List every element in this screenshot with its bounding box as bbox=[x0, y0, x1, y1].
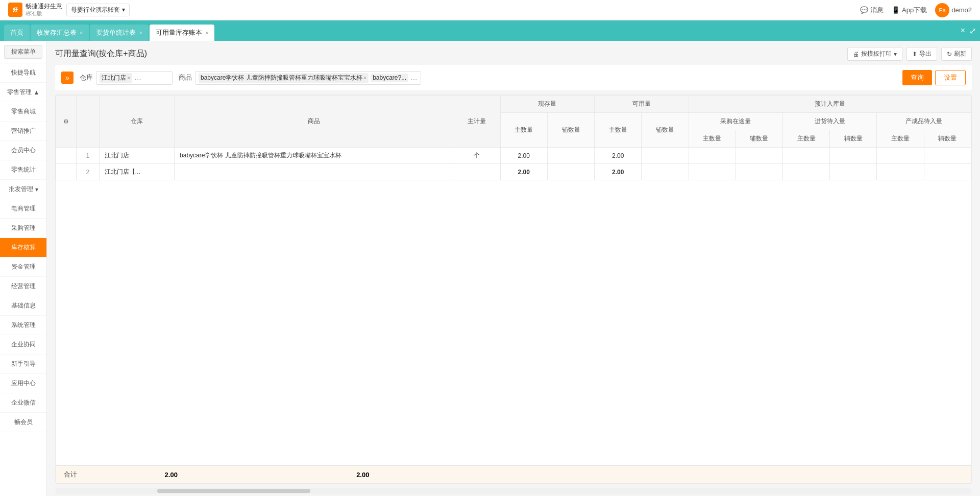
sidebar-item-wholesale-mgmt[interactable]: 批发管理 ▾ bbox=[0, 180, 46, 199]
tab-available-stock-close[interactable]: × bbox=[205, 30, 208, 36]
filter-bar: » 仓库 江北门店 × ... 商品 babycare学饮杯 儿童防摔防撞吸管杯… bbox=[55, 65, 972, 90]
table-row: 1 江北门店 babycare学饮杯 儿童防摔防撞吸管杯重力球吸嘴杯宝宝水杯 个… bbox=[56, 148, 971, 164]
messages-btn[interactable]: 💬 消息 bbox=[860, 6, 884, 15]
phone-icon: 📱 bbox=[892, 6, 900, 14]
sidebar-wholesale-arrow: ▾ bbox=[35, 186, 38, 193]
table-wrapper[interactable]: ⚙ 仓库 商品 主计量 现存量 可用量 预计入库量 主数量 辅数量 主数量 bbox=[55, 95, 972, 465]
row2-production-aux bbox=[924, 164, 971, 180]
query-btn[interactable]: 查询 bbox=[902, 70, 932, 85]
horizontal-scrollbar[interactable] bbox=[55, 488, 972, 494]
sidebar-item-system-mgmt[interactable]: 系统管理 bbox=[0, 316, 46, 335]
tab-available-stock[interactable]: 可用量库存账本 × bbox=[150, 25, 214, 41]
tab-order-stats[interactable]: 要货单统计表 × bbox=[90, 25, 148, 41]
logo-sub: 标准版 bbox=[26, 10, 62, 17]
sidebar-item-purchase-mgmt[interactable]: 采购管理 bbox=[0, 219, 46, 238]
row1-product: babycare学饮杯 儿童防摔防撞吸管杯重力球吸嘴杯宝宝水杯 bbox=[175, 148, 453, 164]
industry-selector[interactable]: 母婴行业演示账套 ▾ bbox=[66, 4, 130, 16]
row1-incoming-aux bbox=[830, 148, 877, 164]
product-tag2: babycare?... bbox=[371, 74, 408, 82]
sidebar-item-ecommerce-mgmt[interactable]: 电商管理 bbox=[0, 199, 46, 219]
th-production-aux: 辅数量 bbox=[924, 130, 971, 148]
tab-available-stock-label: 可用量库存账本 bbox=[156, 28, 202, 37]
sidebar-retail-mgmt-label: 零售管理 bbox=[7, 88, 32, 97]
sidebar-item-retail-stats[interactable]: 零售统计 bbox=[0, 160, 46, 180]
tab-receive-pay[interactable]: 收发存汇总表 × bbox=[31, 25, 89, 41]
print-icon: 🖨 bbox=[853, 51, 859, 58]
th-forecast-in: 预计入库量 bbox=[689, 96, 971, 113]
search-menu-btn[interactable]: 搜索菜单 bbox=[4, 45, 42, 59]
industry-label: 母婴行业演示账套 bbox=[71, 6, 120, 14]
row1-production-aux bbox=[924, 148, 971, 164]
row1-current-main: 2.00 bbox=[500, 148, 547, 164]
sidebar-item-inventory-check[interactable]: 库存核算 bbox=[0, 238, 46, 257]
warehouse-tag: 江北门店 × bbox=[100, 73, 132, 83]
tab-receive-pay-close[interactable]: × bbox=[80, 30, 83, 36]
th-main-unit: 主计量 bbox=[453, 96, 500, 148]
refresh-btn[interactable]: ↻ 刷新 bbox=[941, 47, 972, 61]
sidebar-item-vip-member[interactable]: 畅会员 bbox=[0, 413, 46, 432]
user-area[interactable]: Ea demo2 bbox=[935, 3, 972, 17]
product-input[interactable]: babycare学饮杯 儿童防摔防撞吸管杯重力球吸嘴杯宝宝水杯 × babyca… bbox=[195, 71, 421, 85]
row2-incoming-main bbox=[783, 164, 830, 180]
export-icon: ⬆ bbox=[912, 51, 917, 58]
product-tag1-close[interactable]: × bbox=[363, 75, 366, 81]
th-settings[interactable]: ⚙ bbox=[56, 96, 77, 148]
th-available-aux: 辅数量 bbox=[642, 113, 689, 148]
th-purchase-in-transit: 采购在途量 bbox=[689, 113, 782, 130]
sidebar-item-enterprise-wechat[interactable]: 企业微信 bbox=[0, 393, 46, 413]
export-label: 导出 bbox=[919, 50, 932, 58]
tab-order-stats-close[interactable]: × bbox=[139, 30, 142, 36]
app-download-btn[interactable]: 📱 App下载 bbox=[892, 6, 927, 15]
refresh-icon: ↻ bbox=[947, 51, 952, 58]
row1-settings bbox=[56, 148, 77, 164]
sidebar-item-new-guide[interactable]: 新手引导 bbox=[0, 355, 46, 374]
sidebar-item-retail-mall[interactable]: 零售商城 bbox=[0, 102, 46, 122]
print-label: 按模板打印 bbox=[861, 50, 892, 58]
row2-main-unit bbox=[453, 164, 500, 180]
filter-expand-btn[interactable]: » bbox=[61, 72, 74, 84]
warehouse-dots[interactable]: ... bbox=[134, 73, 141, 82]
product-label: 商品 bbox=[179, 73, 192, 82]
avatar: Ea bbox=[935, 3, 949, 17]
refresh-label: 刷新 bbox=[954, 50, 966, 58]
sidebar-item-retail-mgmt[interactable]: 零售管理 ▲ bbox=[0, 83, 46, 102]
setting-btn[interactable]: 设置 bbox=[935, 70, 966, 85]
row2-available-aux bbox=[642, 164, 689, 180]
th-incoming-pending: 进货待入量 bbox=[783, 113, 877, 130]
sidebar-item-operations-mgmt[interactable]: 经营管理 bbox=[0, 277, 46, 296]
footer-available-main: 2.00 bbox=[356, 471, 369, 479]
logo-text-group: 畅捷通好生意 标准版 bbox=[26, 3, 62, 17]
filter-actions: 查询 设置 bbox=[902, 70, 966, 85]
th-product: 商品 bbox=[175, 96, 453, 148]
tab-fullscreen-btn[interactable]: ⤢ bbox=[969, 26, 976, 36]
sidebar-item-quick-nav[interactable]: 快捷导航 bbox=[0, 63, 46, 83]
sidebar-item-marketing[interactable]: 营销推广 bbox=[0, 122, 46, 141]
warehouse-tag-value: 江北门店 bbox=[102, 74, 126, 82]
tab-home[interactable]: 首页 bbox=[4, 25, 30, 41]
sidebar-item-member-center[interactable]: 会员中心 bbox=[0, 141, 46, 160]
sidebar-item-basic-info[interactable]: 基础信息 bbox=[0, 296, 46, 316]
sidebar-item-finance-mgmt[interactable]: 资金管理 bbox=[0, 257, 46, 277]
username: demo2 bbox=[951, 6, 972, 14]
th-incoming-aux: 辅数量 bbox=[830, 130, 877, 148]
tab-close-all-btn[interactable]: × bbox=[961, 26, 965, 36]
row2-current-main: 2.00 bbox=[500, 164, 547, 180]
top-bar-right: 💬 消息 📱 App下载 Ea demo2 bbox=[860, 3, 972, 17]
sidebar-item-enterprise-collab[interactable]: 企业协同 bbox=[0, 335, 46, 355]
settings-icon[interactable]: ⚙ bbox=[63, 118, 69, 125]
product-dots[interactable]: ... bbox=[410, 73, 417, 82]
warehouse-input[interactable]: 江北门店 × ... bbox=[96, 71, 173, 85]
page-header-actions: 🖨 按模板打印 ▾ ⬆ 导出 ↻ 刷新 bbox=[847, 47, 972, 61]
th-row-no bbox=[77, 96, 100, 148]
warehouse-tag-close[interactable]: × bbox=[127, 75, 130, 81]
scrollbar-thumb[interactable] bbox=[157, 489, 310, 493]
print-btn[interactable]: 🖨 按模板打印 ▾ bbox=[847, 47, 902, 61]
tab-bar-controls: × ⤢ bbox=[961, 26, 976, 36]
th-available-main: 主数量 bbox=[595, 113, 642, 148]
th-current-main: 主数量 bbox=[500, 113, 547, 148]
row2-purchase-main bbox=[689, 164, 736, 180]
row1-available-main: 2.00 bbox=[595, 148, 642, 164]
table-row: 2 江北门店【... 2.00 2.00 bbox=[56, 164, 971, 180]
sidebar-item-app-center[interactable]: 应用中心 bbox=[0, 374, 46, 393]
export-btn[interactable]: ⬆ 导出 bbox=[906, 47, 937, 61]
